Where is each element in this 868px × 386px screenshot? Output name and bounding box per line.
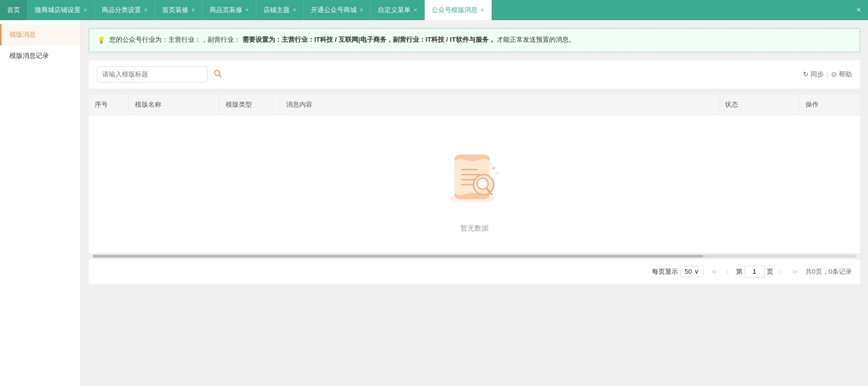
main-layout: 模版消息 模版消息记录 💡 您的公众号行业为：主营行业：，副营行业： 需要设置为…: [0, 20, 868, 386]
tab-open-mall-label: 开通公众号商城: [311, 6, 357, 15]
tab-category-settings-close[interactable]: ×: [144, 7, 148, 13]
search-right: ↻ 同步 | ⊙ 帮助: [803, 70, 852, 79]
tab-store-theme[interactable]: 店铺主题 ×: [256, 0, 304, 20]
tab-product-decor-label: 商品页装修: [210, 6, 242, 15]
pagination: 每页显示 50 ∨ ⊲ ‹ 第 页 › ⊳ 共0页，0条记录: [89, 259, 860, 284]
tab-store-theme-label: 店铺主题: [263, 6, 290, 15]
page-label-suffix: 页: [767, 267, 773, 276]
sidebar-item-template-msg-record-label: 模版消息记录: [10, 52, 49, 59]
table-header: 序号 模版名称 模版类型 消息内容 状态 操作: [89, 95, 860, 115]
svg-point-10: [492, 167, 495, 170]
tab-open-mall[interactable]: 开通公众号商城 ×: [304, 0, 371, 20]
tab-store-theme-close[interactable]: ×: [293, 7, 296, 13]
last-page-button[interactable]: ⊳: [789, 266, 802, 278]
tab-template-msg-close[interactable]: ×: [481, 7, 484, 13]
bulb-icon: 💡: [97, 35, 105, 46]
th-type: 模版类型: [220, 95, 280, 115]
sidebar: 模版消息 模版消息记录: [0, 20, 81, 386]
prev-page-button[interactable]: ‹: [722, 266, 734, 278]
data-table: 序号 模版名称 模版类型 消息内容 状态 操作: [89, 95, 860, 284]
tab-custom-menu-label: 自定义菜单: [378, 6, 411, 15]
first-page-button[interactable]: ⊲: [708, 266, 720, 278]
sidebar-item-template-msg-label: 模版消息: [10, 31, 36, 38]
tab-shop-settings-label: 微商城店铺设置: [35, 6, 81, 15]
th-name: 模版名称: [129, 95, 220, 115]
tab-home-decor-close[interactable]: ×: [191, 7, 195, 13]
help-icon: ⊙: [831, 70, 837, 78]
sync-label: 同步: [811, 70, 824, 79]
page-size-dropdown[interactable]: 50 ∨: [680, 266, 703, 277]
dropdown-chevron-icon: ∨: [694, 268, 699, 275]
search-left: [97, 66, 224, 83]
svg-point-12: [490, 164, 492, 166]
notice-banner: 💡 您的公众号行业为：主营行业：，副营行业： 需要设置为：主营行业：IT科技 /…: [89, 28, 860, 52]
svg-point-8: [477, 178, 488, 189]
tab-shop-settings-close[interactable]: ×: [84, 7, 87, 13]
tab-home-decor[interactable]: 首页装修 ×: [155, 0, 203, 20]
page-total: 共0页，0条记录: [806, 267, 852, 276]
content-area: 💡 您的公众号行业为：主营行业：，副营行业： 需要设置为：主营行业：IT科技 /…: [81, 20, 868, 386]
tab-home[interactable]: 首页: [0, 0, 28, 20]
svg-line-1: [219, 75, 221, 77]
divider: |: [827, 70, 828, 78]
page-size-select: 每页显示 50 ∨: [652, 266, 703, 277]
scroll-thumb[interactable]: [93, 255, 703, 258]
tab-home-label: 首页: [7, 6, 20, 15]
th-status: 状态: [719, 95, 799, 115]
notice-highlight: 需要设置为：主营行业：IT科技 / 互联网|电子商务，副营行业：IT科技 / I…: [242, 36, 495, 43]
next-page-button[interactable]: ›: [775, 266, 787, 278]
search-button[interactable]: [212, 67, 224, 82]
page-label-prefix: 第: [736, 267, 743, 276]
empty-text: 暂无数据: [460, 224, 489, 233]
th-action: 操作: [799, 95, 860, 115]
tab-template-msg[interactable]: 公众号模版消息 ×: [425, 0, 492, 20]
page-nav: ⊲ ‹ 第 页 › ⊳: [708, 266, 802, 278]
notice-suffix: 才能正常发送预置的消息。: [497, 36, 575, 43]
search-input[interactable]: [97, 66, 208, 83]
tab-category-settings-label: 商品分类设置: [102, 6, 141, 15]
tab-template-msg-label: 公众号模版消息: [432, 6, 478, 15]
th-content: 消息内容: [280, 95, 719, 115]
horizontal-scrollbar[interactable]: [89, 253, 860, 259]
help-button[interactable]: ⊙ 帮助: [831, 70, 852, 79]
page-size-value: 50: [685, 268, 692, 275]
tab-home-decor-label: 首页装修: [162, 6, 188, 15]
sync-button[interactable]: ↻ 同步: [803, 70, 824, 79]
tab-open-mall-close[interactable]: ×: [360, 7, 363, 13]
help-label: 帮助: [839, 70, 852, 79]
page-size-label: 每页显示: [652, 267, 678, 276]
search-icon: [214, 70, 222, 79]
search-bar: ↻ 同步 | ⊙ 帮助: [89, 60, 860, 89]
tab-custom-menu-close[interactable]: ×: [414, 7, 417, 13]
tab-category-settings[interactable]: 商品分类设置 ×: [95, 0, 155, 20]
sidebar-item-template-msg-record[interactable]: 模版消息记录: [0, 45, 80, 66]
tab-custom-menu[interactable]: 自定义菜单 ×: [371, 0, 425, 20]
svg-point-11: [496, 172, 498, 174]
sidebar-item-template-msg[interactable]: 模版消息: [0, 24, 80, 45]
tab-bar: 首页 微商城店铺设置 × 商品分类设置 × 首页装修 × 商品页装修 × 店铺主…: [0, 0, 868, 20]
empty-state: 暂无数据: [89, 115, 860, 253]
scroll-track[interactable]: [93, 255, 856, 258]
sync-icon: ↻: [803, 70, 809, 78]
tab-product-decor-close[interactable]: ×: [245, 7, 249, 13]
tab-product-decor[interactable]: 商品页装修 ×: [203, 0, 256, 20]
page-number-input[interactable]: [745, 266, 765, 278]
notice-text: 您的公众号行业为：主营行业：，副营行业： 需要设置为：主营行业：IT科技 / 互…: [109, 35, 575, 45]
empty-icon: [439, 145, 510, 216]
th-index: 序号: [89, 95, 129, 115]
tab-shop-settings[interactable]: 微商城店铺设置 ×: [28, 0, 95, 20]
close-all-button[interactable]: ×: [849, 0, 868, 20]
notice-prefix: 您的公众号行业为：主营行业：，副营行业：: [109, 36, 240, 43]
